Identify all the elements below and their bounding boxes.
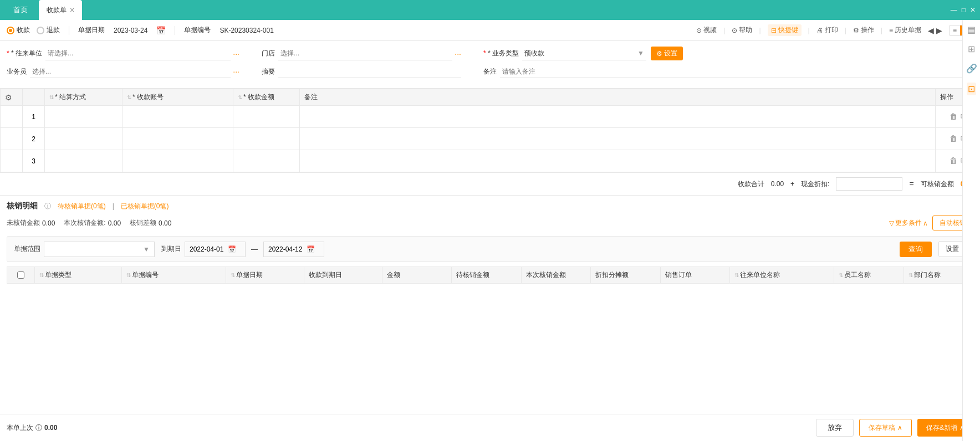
settings-button[interactable]: ⚙ 设置 [651, 47, 683, 60]
done-tab[interactable]: 已核销单据(0笔) [121, 202, 169, 211]
date-label: 单据日期 [78, 25, 105, 35]
sort-type-icon[interactable]: ⇅ [39, 272, 44, 278]
party-more-icon[interactable]: ··· [233, 49, 239, 58]
maximize-icon[interactable]: □ [962, 6, 966, 14]
verify-header: 核销明细 ⓘ 待核销单据(0笔) | 已核销单据(0笔) [7, 201, 973, 211]
verify-stats: 未核销金额 0.00 本次核销金额: 0.00 核销差额 0.00 ▽ 更多条件… [7, 216, 973, 230]
history-label: 历史单据 [895, 25, 921, 35]
row2-amount[interactable] [233, 128, 300, 150]
discount-input[interactable] [836, 177, 902, 191]
gear-icon: ⚙ [656, 50, 662, 58]
nav-arrows: ◀ ▶ [928, 26, 942, 35]
print-btn[interactable]: 🖨 打印 [816, 25, 838, 35]
vt-check-header [7, 267, 35, 284]
party-input[interactable] [45, 47, 231, 60]
curr-verify-stat: 本次核销金额: 0.00 [64, 218, 121, 228]
due-date-label: 到期日 [161, 244, 181, 254]
bottom-info: 本单上次 ⓘ 0.00 [7, 423, 57, 433]
sidebar-expand-icon[interactable]: ⊡ [967, 83, 976, 95]
due-date-field: 到期日 2022-04-01 📅 — 2022-04-12 📅 [161, 242, 324, 257]
nav-next-icon[interactable]: ▶ [936, 26, 942, 35]
row1-index: 1 [23, 106, 45, 128]
range-select[interactable]: ▼ [44, 242, 155, 257]
table-settings-icon[interactable]: ⚙ [5, 93, 12, 102]
note-input[interactable] [500, 65, 973, 78]
col-dept-label: 部门名称 [914, 270, 941, 280]
sort-settle-icon[interactable]: ⇅ [49, 94, 54, 100]
sort-dept-icon[interactable]: ⇅ [908, 272, 913, 278]
list-view-btn[interactable]: ≡ [950, 25, 960, 35]
tab-receipt[interactable]: 收款单 × [39, 0, 82, 20]
history-btn[interactable]: ≡ 历史单据 [889, 25, 921, 35]
nav-prev-icon[interactable]: ◀ [928, 26, 934, 35]
row1-delete-icon[interactable]: 🗑 [950, 112, 957, 121]
sidebar-grid-icon[interactable]: ⊞ [968, 44, 975, 54]
plus-sign: + [790, 180, 794, 188]
shortcut-btn[interactable]: ⊟ 快捷键 [768, 24, 802, 36]
radio-receipt[interactable]: 收款 [7, 25, 30, 35]
unverified-value: 0.00 [42, 219, 55, 227]
staff-more-icon[interactable]: ··· [233, 67, 239, 76]
window-close-icon[interactable]: ✕ [970, 6, 976, 14]
calendar-icon[interactable]: 📅 [156, 26, 166, 35]
store-label: 门店 [262, 49, 275, 58]
radio-refund[interactable]: 退款 [37, 25, 60, 35]
select-all-checkbox[interactable] [17, 271, 24, 279]
top-toolbar: 收款 退款 单据日期 2023-03-24 📅 单据编号 SK-20230324… [0, 20, 980, 41]
store-more-icon[interactable]: ··· [455, 49, 461, 58]
col-discount-label: 折扣分摊额 [595, 271, 629, 279]
biz-field: * 业务类型 预收款 ▼ ⚙ 设置 [483, 47, 683, 60]
due-date-to[interactable]: 2022-04-12 📅 [263, 242, 324, 257]
row1-amount[interactable] [233, 106, 300, 128]
sort-emp-icon[interactable]: ⇅ [839, 272, 843, 278]
row2-remark[interactable] [300, 128, 936, 150]
vt-date-header: ⇅单据日期 [226, 267, 304, 284]
sort-party-icon[interactable]: ⇅ [734, 272, 739, 278]
col-amount-label: 金额 [387, 271, 400, 279]
row2-account[interactable] [122, 128, 233, 150]
video-btn[interactable]: ⊙ 视频 [696, 25, 717, 35]
help-btn[interactable]: ⊙ 帮助 [732, 25, 752, 35]
sort-num-icon[interactable]: ⇅ [126, 272, 131, 278]
row2-delete-icon[interactable]: 🗑 [950, 134, 957, 143]
sort-amount-icon[interactable]: ⇅ [238, 94, 242, 100]
save-draft-arrow-icon: ∧ [897, 424, 902, 432]
row3-amount[interactable] [233, 150, 300, 172]
tab-home[interactable]: 首页 [4, 0, 37, 20]
minimize-icon[interactable]: — [951, 6, 957, 14]
query-button[interactable]: 查询 [900, 242, 932, 257]
col-index-header [23, 89, 45, 106]
eq-sign: = [909, 180, 913, 188]
row3-settle[interactable] [45, 150, 122, 172]
sidebar-table-icon[interactable]: ▤ [967, 24, 976, 35]
operate-btn[interactable]: ⚙ 操作 [853, 25, 874, 35]
row3-account[interactable] [122, 150, 233, 172]
row1-settle[interactable] [45, 106, 122, 128]
col-settle-label: * 结算方式 [55, 93, 86, 102]
col-amount-label: * 收款金额 [243, 93, 274, 102]
save-draft-button[interactable]: 保存草稿 ∧ [859, 419, 912, 437]
row2-settle[interactable] [45, 128, 122, 150]
row3-remark[interactable] [300, 150, 936, 172]
summary-input[interactable] [278, 65, 461, 78]
due-date-from[interactable]: 2022-04-01 📅 [185, 242, 246, 257]
verify-table-wrap: ⇅单据类型 ⇅单据编号 ⇅单据日期 收款到期日 金额 [7, 266, 973, 408]
col-account-label: * 收款账号 [132, 93, 164, 102]
biz-select[interactable]: 预收款 ▼ [522, 47, 646, 60]
sort-account-icon[interactable]: ⇅ [127, 94, 131, 100]
help-icon: ⊙ [732, 27, 737, 34]
right-sidebar: ▤ ⊞ 🔗 ⊡ [962, 20, 980, 441]
range-label: 单据范围 [14, 244, 40, 254]
row3-delete-icon[interactable]: 🗑 [950, 156, 957, 166]
staff-input[interactable] [30, 65, 231, 78]
vt-num-header: ⇅单据编号 [121, 267, 226, 284]
row1-account[interactable] [122, 106, 233, 128]
more-conditions-btn[interactable]: ▽ 更多条件 ∧ [889, 218, 928, 228]
sort-date-icon[interactable]: ⇅ [231, 272, 235, 278]
sidebar-link-icon[interactable]: 🔗 [966, 63, 977, 74]
pending-tab[interactable]: 待核销单据(0笔) [58, 202, 106, 211]
store-input[interactable] [278, 47, 452, 60]
abandon-button[interactable]: 放弃 [816, 419, 854, 437]
tab-close-icon[interactable]: × [70, 0, 74, 20]
row1-remark[interactable] [300, 106, 936, 128]
